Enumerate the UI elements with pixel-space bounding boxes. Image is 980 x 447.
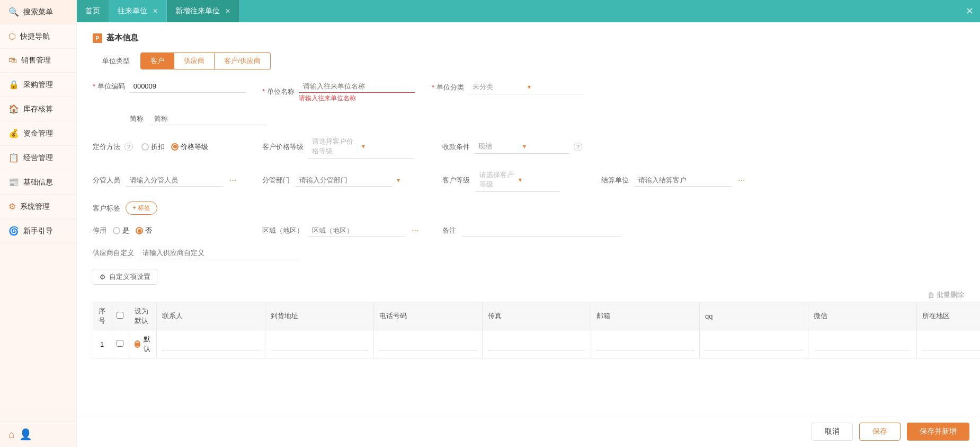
fax-input[interactable]: [488, 338, 585, 350]
pricing-field: 定价方法 ? 折扣 价格等级: [93, 142, 252, 152]
batch-delete-btn[interactable]: 🗑 批量删除: [928, 290, 964, 300]
row-checkbox[interactable]: [117, 340, 123, 347]
radio-discount[interactable]: 折扣: [141, 142, 165, 152]
payment-help[interactable]: ?: [574, 143, 582, 151]
settings-gear-icon: ⚙: [100, 273, 106, 281]
payment-select[interactable]: 现结 ▾: [474, 139, 569, 154]
disabled-radio-group: 是 否: [113, 226, 152, 235]
remark-input[interactable]: [462, 224, 621, 237]
customer-level-label: 客户等级: [442, 176, 471, 185]
qq-input[interactable]: [705, 338, 803, 350]
sidebar-item-quicknav[interactable]: ⬡ 快捷导航: [0, 24, 76, 49]
sidebar-item-system[interactable]: ⚙ 系统管理: [0, 195, 76, 219]
shortname-input[interactable]: [150, 112, 266, 125]
type-btn-both[interactable]: 客户/供应商: [215, 52, 271, 69]
sidebar-item-search[interactable]: 🔍 搜索菜单: [0, 0, 76, 24]
operation-icon: 📋: [8, 153, 19, 163]
email-input[interactable]: [596, 338, 694, 350]
sidebar-item-guide[interactable]: 🌀 新手引导: [0, 219, 76, 243]
pricing-help[interactable]: ?: [124, 143, 133, 151]
save-new-button[interactable]: 保存并新增: [907, 423, 969, 441]
settle-input[interactable]: [634, 174, 732, 187]
close-all-tabs[interactable]: ✕: [966, 5, 974, 17]
remark-label: 备注: [442, 226, 458, 235]
finance-icon: 💰: [8, 128, 19, 138]
default-radio[interactable]: 默认: [135, 335, 151, 354]
sidebar-item-operation[interactable]: 📋 经营管理: [0, 146, 76, 170]
purchase-icon: 🔒: [8, 80, 19, 90]
tab-partner[interactable]: 往来单位 ✕: [109, 0, 167, 22]
save-button[interactable]: 保存: [859, 423, 901, 441]
search-icon: 🔍: [8, 7, 19, 17]
type-btn-customer[interactable]: 客户: [140, 52, 174, 69]
category-select[interactable]: 未分类 ▾: [468, 80, 585, 94]
code-name-row: 单位编码 单位名称 请输入往来单位名称 单位分类 未分类 ▾: [93, 80, 964, 103]
customer-level-select[interactable]: 请选择客户等级 ▾: [475, 168, 560, 192]
radio-price-level-circle: [171, 143, 179, 151]
supplier-custom-row: 供应商自定义: [93, 247, 964, 259]
radio-price-level[interactable]: 价格等级: [171, 142, 208, 152]
tab-home[interactable]: 首页: [77, 0, 109, 22]
manager-more[interactable]: ···: [227, 176, 238, 185]
code-label: 单位编码: [93, 82, 125, 91]
wechat-input[interactable]: [814, 338, 911, 350]
section-icon: P: [93, 33, 102, 43]
td-region: [917, 330, 981, 358]
cancel-button[interactable]: 取消: [812, 423, 853, 441]
manager-row: 分管人员 ··· 分管部门 ▾ 客户等级 请选择客户等级 ▾ 结算单位 ···: [93, 168, 964, 192]
price-level-select[interactable]: 请选择客户价格等级 ▾: [308, 135, 414, 159]
tag-field: 客户标签 + 标签: [93, 201, 157, 215]
batch-delete-icon: 🗑: [928, 291, 934, 299]
tab-bar: 首页 往来单位 ✕ 新增往来单位 ✕ ✕: [77, 0, 980, 22]
region-input-row[interactable]: [922, 338, 980, 350]
name-field: 单位名称 请输入往来单位名称: [262, 80, 421, 103]
sidebar: 🔍 搜索菜单 ⬡ 快捷导航 🛍 销售管理 🔒 采购管理 🏠 库存核算 💰 资金管…: [0, 0, 77, 447]
radio-no[interactable]: 否: [136, 226, 152, 235]
select-all-checkbox[interactable]: [117, 312, 123, 319]
pricing-label: 定价方法: [93, 142, 120, 152]
sidebar-item-inventory[interactable]: 🏠 库存核算: [0, 97, 76, 121]
th-email: 邮箱: [591, 302, 700, 330]
settle-more[interactable]: ···: [736, 176, 747, 185]
supplier-custom-input[interactable]: [138, 247, 297, 259]
td-checkbox: [111, 330, 129, 358]
sidebar-item-sales[interactable]: 🛍 销售管理: [0, 49, 76, 73]
radio-yes[interactable]: 是: [113, 226, 129, 235]
td-default: 默认: [129, 330, 157, 358]
code-field: 单位编码: [93, 80, 252, 93]
sidebar-item-purchase[interactable]: 🔒 采购管理: [0, 73, 76, 97]
disabled-label: 停用: [93, 226, 109, 235]
type-btn-supplier[interactable]: 供应商: [174, 52, 215, 69]
pricing-row: 定价方法 ? 折扣 价格等级 客户价格等级 请选择客户价格等级: [93, 135, 964, 159]
code-input[interactable]: [129, 80, 246, 93]
sales-icon: 🛍: [8, 56, 17, 65]
sidebar-item-finance[interactable]: 💰 资金管理: [0, 121, 76, 146]
guide-icon: 🌀: [8, 226, 19, 236]
region-more[interactable]: ···: [409, 226, 421, 235]
add-tag-btn[interactable]: + 标签: [126, 201, 157, 215]
dept-field: 分管部门 ▾: [262, 174, 432, 187]
sidebar-item-basic[interactable]: 📰 基础信息: [0, 170, 76, 195]
settle-label: 结算单位: [601, 176, 630, 185]
settings-btn[interactable]: ⚙ 自定义项设置: [93, 269, 157, 285]
region-input[interactable]: [308, 224, 405, 237]
supplier-custom-field: 供应商自定义: [93, 247, 297, 259]
name-input[interactable]: [299, 80, 415, 93]
system-icon: ⚙: [8, 201, 16, 212]
th-default: 设为默认: [129, 302, 157, 330]
dept-arrow: ▾: [397, 177, 400, 184]
contact-input[interactable]: [162, 338, 260, 350]
tab-new-partner[interactable]: 新增往来单位 ✕: [167, 0, 239, 22]
dept-input[interactable]: [295, 174, 393, 187]
close-partner-tab[interactable]: ✕: [153, 7, 158, 15]
customer-level-arrow: ▾: [519, 176, 556, 183]
address-input[interactable]: [271, 338, 368, 350]
section-header: P 基本信息: [93, 33, 964, 43]
th-region: 所在地区: [917, 302, 981, 330]
td-phone: [374, 330, 483, 358]
close-new-partner-tab[interactable]: ✕: [225, 7, 230, 15]
td-seq: 1: [93, 330, 111, 358]
manager-input[interactable]: [126, 174, 223, 187]
th-checkbox: [111, 302, 129, 330]
phone-input[interactable]: [379, 338, 477, 350]
